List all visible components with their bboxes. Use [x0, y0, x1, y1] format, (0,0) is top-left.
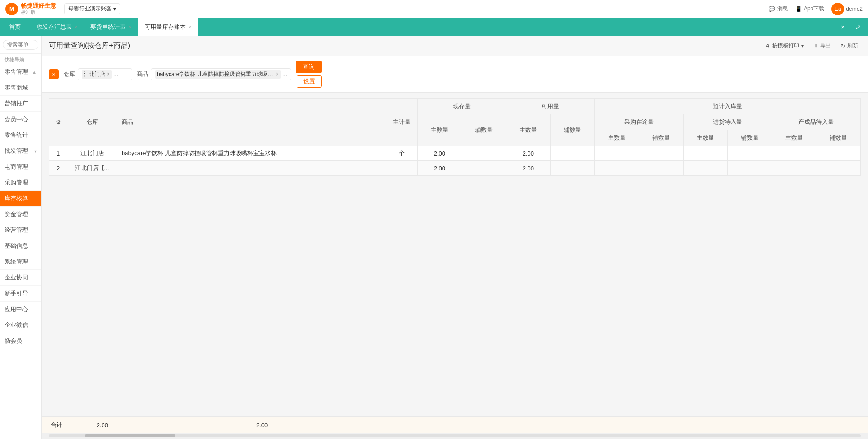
sidebar-item-label: 采购管理 [5, 179, 28, 187]
sidebar-item-marketing[interactable]: 营销推广 [0, 96, 41, 112]
sidebar-item-enterprise-collab[interactable]: 企业协同 [0, 270, 41, 286]
sidebar-search-area [0, 36, 41, 54]
search-input[interactable] [3, 40, 38, 50]
th-purchase-group: 采购在途量 [594, 114, 683, 130]
sidebar: 快捷导航 零售管理 ▲ 零售商城 营销推广 会员中心 零售统计 批发管理 ▾ 电… [0, 36, 42, 439]
product-tag-babycare: babycare学饮杯 儿童防摔防撞吸管杯重力球吸嘴杯宝宝水杯 × [155, 70, 281, 79]
cell-unit [386, 161, 417, 176]
tab-order-stats[interactable]: 要货单统计表 × [84, 18, 138, 36]
sidebar-item-basic-info[interactable]: 基础信息 [0, 238, 41, 254]
app-icon: 📱 [795, 6, 802, 12]
user-area[interactable]: Ea demo2 [831, 3, 863, 15]
warehouse-filter-tags[interactable]: 江北门店 × ... [78, 68, 132, 80]
sidebar-item-new-guide[interactable]: 新手引导 [0, 286, 41, 302]
warehouse-more[interactable]: ... [113, 71, 118, 77]
product-more[interactable]: ... [283, 71, 287, 77]
message-icon: 💬 [769, 6, 775, 12]
sidebar-item-purchase[interactable]: 采购管理 [0, 175, 41, 191]
th-product: 商品 [117, 99, 386, 146]
sidebar-item-enterprise-wechat[interactable]: 企业微信 [0, 317, 41, 333]
industry-selector-text: 母婴行业演示账套 [68, 5, 112, 13]
warehouse-label: 仓库 [63, 70, 75, 78]
tab-home[interactable]: 首页 [0, 18, 30, 36]
product-label: 商品 [137, 70, 148, 78]
filter-bar: » 仓库 江北门店 × ... 商品 babycare学饮杯 儿童防摔防撞吸管杯… [42, 56, 868, 93]
th-avail-main: 主数量 [506, 114, 550, 146]
cell-incoming-aux [727, 146, 772, 161]
sidebar-item-ecommerce[interactable]: 电商管理 [0, 159, 41, 175]
cell-warehouse: 江北门店【... [67, 161, 117, 176]
cell-incoming-aux [727, 161, 772, 176]
th-gear[interactable]: ⚙ [49, 99, 67, 146]
sidebar-item-retail-stats[interactable]: 零售统计 [0, 127, 41, 143]
top-bar-left: M 畅捷通好生意 标准版 母婴行业演示账套 ▾ [5, 2, 120, 15]
tab-expand-btn[interactable]: ⤢ [852, 21, 864, 33]
export-label: 导出 [820, 42, 831, 50]
cell-purchase-main [594, 161, 639, 176]
app-download-btn[interactable]: 📱 App下载 [795, 5, 824, 13]
sidebar-item-label: 电商管理 [5, 163, 28, 171]
sidebar-item-label: 营销推广 [5, 99, 28, 108]
settings-btn[interactable]: 设置 [297, 75, 322, 88]
export-icon: ⬇ [814, 43, 818, 49]
cell-stock-main: 2.00 [417, 146, 462, 161]
product-filter-tags[interactable]: babycare学饮杯 儿童防摔防撞吸管杯重力球吸嘴杯宝宝水杯 × ... [151, 68, 291, 80]
refresh-icon: ↻ [841, 43, 845, 49]
cell-incoming-main [683, 146, 727, 161]
th-production-aux: 辅数量 [816, 130, 860, 146]
cell-production-main [772, 146, 816, 161]
sidebar-item-label: 新手引导 [5, 289, 28, 297]
horizontal-scrollbar[interactable] [42, 433, 868, 439]
sidebar-item-finance[interactable]: 资金管理 [0, 207, 41, 222]
sidebar-item-inventory[interactable]: 库存核算 [0, 191, 41, 207]
th-incoming-group: 进货待入量 [683, 114, 772, 130]
tab-available-close[interactable]: × [189, 24, 191, 30]
scroll-thumb[interactable] [85, 434, 175, 437]
sidebar-nav-label: 快捷导航 [0, 54, 41, 64]
refresh-btn[interactable]: ↻ 刷新 [838, 41, 861, 51]
chevron-down-icon: ▾ [801, 43, 804, 49]
top-bar-right: 💬 消息 📱 App下载 Ea demo2 [769, 3, 863, 15]
sidebar-item-app-center[interactable]: 应用中心 [0, 302, 41, 317]
sidebar-item-member[interactable]: 会员中心 [0, 112, 41, 127]
sidebar-item-label: 系统管理 [5, 258, 28, 266]
table-row: 2 江北门店【... 2.00 2.00 [49, 161, 861, 176]
sidebar-item-retail-mgmt[interactable]: 零售管理 ▲ [0, 64, 41, 80]
cell-stock-aux [462, 146, 506, 161]
tab-order-close[interactable]: × [128, 24, 131, 30]
th-avail-aux: 辅数量 [550, 114, 594, 146]
refresh-label: 刷新 [847, 42, 858, 50]
chevron-down-icon: ▾ [113, 6, 116, 12]
sidebar-item-operations[interactable]: 经营管理 [0, 222, 41, 238]
cell-purchase-main [594, 146, 639, 161]
th-stock-aux: 辅数量 [462, 114, 506, 146]
expand-filter-btn[interactable]: » [49, 69, 59, 79]
chevron-icon: ▾ [34, 149, 37, 154]
query-btn[interactable]: 查询 [296, 61, 322, 73]
tab-receive-close[interactable]: × [75, 24, 77, 30]
th-avail-group: 可用量 [506, 99, 594, 114]
tab-close-all-btn[interactable]: × [836, 21, 849, 33]
product-tag-text: babycare学饮杯 儿童防摔防撞吸管杯重力球吸嘴杯宝宝水杯 [157, 71, 274, 78]
message-label: 消息 [777, 5, 788, 13]
cell-stock-main: 2.00 [417, 161, 462, 176]
warehouse-tag-remove[interactable]: × [107, 71, 110, 77]
export-btn[interactable]: ⬇ 导出 [811, 41, 834, 51]
tab-available-stock[interactable]: 可用量库存账本 × [138, 18, 198, 36]
expand-icon: » [52, 71, 56, 77]
message-btn[interactable]: 💬 消息 [769, 5, 788, 13]
table-area: ⚙ 仓库 商品 主计量 现存量 可用量 预计入库量 主数量 辅数量 主数量 辅数… [42, 93, 868, 416]
sidebar-item-member-club[interactable]: 畅会员 [0, 333, 41, 349]
cell-purchase-aux [639, 161, 683, 176]
sidebar-item-retail-mall[interactable]: 零售商城 [0, 80, 41, 96]
avatar: Ea [831, 3, 844, 15]
sidebar-item-label: 库存核算 [5, 194, 28, 203]
product-tag-remove[interactable]: × [276, 71, 279, 77]
print-btn[interactable]: 🖨 按模板打印 ▾ [762, 41, 807, 51]
sidebar-item-wholesale-mgmt[interactable]: 批发管理 ▾ [0, 143, 41, 159]
user-name: demo2 [846, 6, 863, 12]
industry-selector[interactable]: 母婴行业演示账套 ▾ [64, 3, 120, 14]
sidebar-item-system[interactable]: 系统管理 [0, 254, 41, 270]
footer-avail-main: 2.00 [222, 422, 302, 429]
tab-receive-summary[interactable]: 收发存汇总表 × [30, 18, 84, 36]
